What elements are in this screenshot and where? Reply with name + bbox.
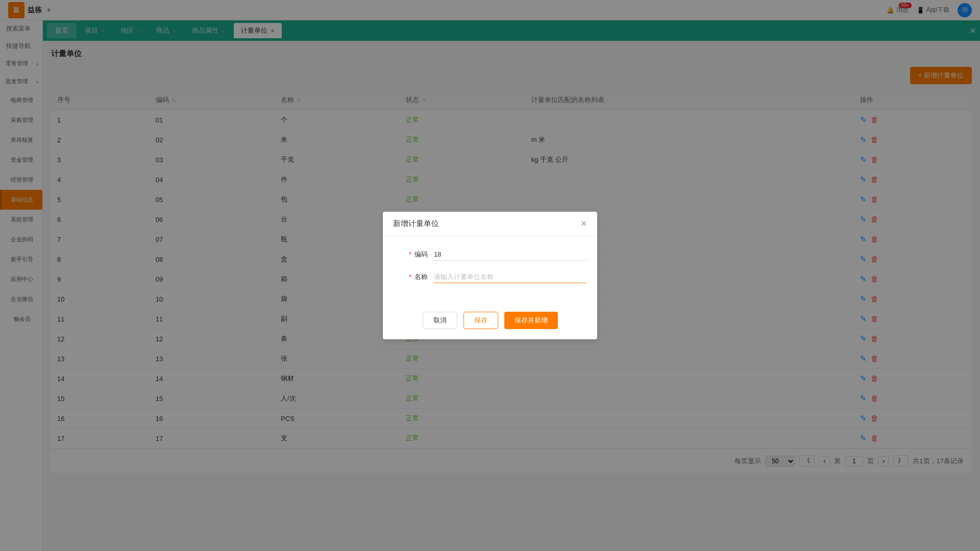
modal-title: 新增计量单位 [393, 219, 439, 229]
required-mark: * [409, 251, 411, 258]
name-label: * 名称 [393, 272, 434, 282]
modal-overlay[interactable]: 新增计量单位 ✕ * 编码 * 名称 取消 保存 保存并新增 [0, 0, 980, 551]
save-new-button[interactable]: 保存并新增 [504, 312, 558, 329]
name-input[interactable] [434, 271, 587, 283]
modal-close-button[interactable]: ✕ [580, 219, 587, 229]
add-unit-modal: 新增计量单位 ✕ * 编码 * 名称 取消 保存 保存并新增 [383, 212, 597, 339]
required-mark: * [409, 273, 411, 281]
form-item-code: * 编码 [393, 248, 587, 261]
code-label: * 编码 [393, 250, 434, 259]
form-item-name: * 名称 [393, 271, 587, 283]
code-input[interactable] [434, 248, 587, 261]
modal-footer: 取消 保存 保存并新增 [383, 306, 597, 339]
modal-header: 新增计量单位 ✕ [383, 212, 597, 236]
save-button[interactable]: 保存 [463, 312, 498, 329]
cancel-button[interactable]: 取消 [423, 312, 457, 329]
modal-body: * 编码 * 名称 [383, 236, 597, 306]
